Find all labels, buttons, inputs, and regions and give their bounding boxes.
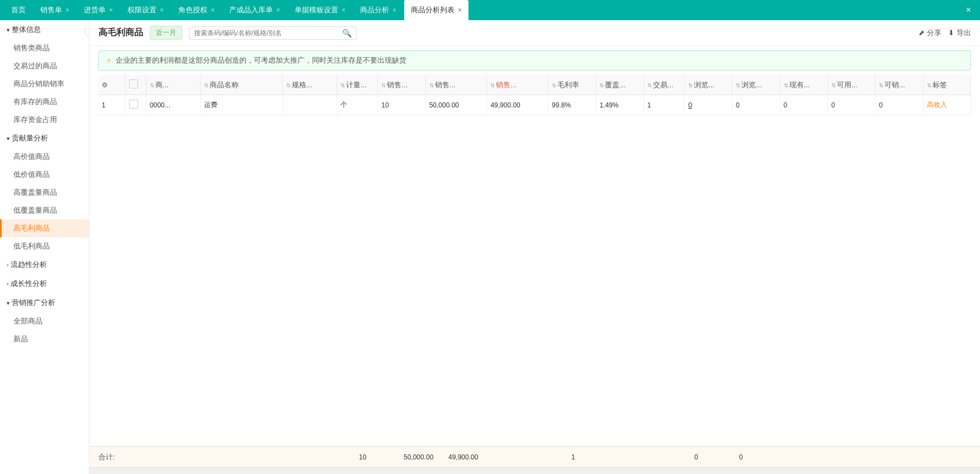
footer-sale-qty: 10 <box>356 453 400 461</box>
cell-spec <box>282 95 337 115</box>
th-spec[interactable]: ⇅规格... <box>282 75 337 95</box>
cell-tag: 高收入 <box>923 95 970 115</box>
sidebar-group-contribution[interactable]: ▾ 贡献量分析 <box>0 129 89 148</box>
footer-transaction: 1 <box>568 453 613 461</box>
cell-browse2: 0 <box>732 95 780 115</box>
arrow-trend: › <box>7 262 8 268</box>
sidebar-item-new-goods[interactable]: 新品 <box>0 330 89 348</box>
th-browse1[interactable]: ⇅浏览... <box>684 75 732 95</box>
data-table: ⚙ ⇅商... ⇅商品名称 ⇅规格... ⇅计量... ⇅销售... ⇅销售..… <box>98 75 971 115</box>
sidebar-item-all-goods[interactable]: 全部商品 <box>0 312 89 330</box>
th-coverage[interactable]: ⇅覆盖... <box>596 75 643 95</box>
cell-margin-rate: 99.8% <box>548 95 596 115</box>
table-wrapper: ⚙ ⇅商... ⇅商品名称 ⇅规格... ⇅计量... ⇅销售... ⇅销售..… <box>89 75 980 446</box>
info-icon: ✧ <box>106 56 112 65</box>
main-layout: « ▾ 整体信息 销售类商品 交易过的商品 商品分销助销率 有库存的商品 库存资… <box>0 20 980 474</box>
cell-name: 运费 <box>201 95 282 115</box>
info-banner: ✧ 企业的主要的利润都是这部分商品创造的，可考虑加大推广，同时关注库存是不要出现… <box>98 50 971 71</box>
cell-num: 1 <box>98 95 126 115</box>
nav-purchase[interactable]: 进货单 × <box>77 0 120 20</box>
cell-sale-amount: 50,000.00 <box>425 95 487 115</box>
th-sale-amount[interactable]: ⇅销售... <box>425 75 487 95</box>
cell-browse1[interactable]: 0 <box>684 95 732 115</box>
share-icon: ⬈ <box>919 29 925 37</box>
th-margin-rate[interactable]: ⇅毛利率 <box>548 75 596 95</box>
page-title: 高毛利商品 <box>98 27 143 39</box>
sidebar-item-high-value[interactable]: 高价值商品 <box>0 148 89 166</box>
th-code[interactable]: ⇅商... <box>146 75 201 95</box>
sidebar-group-overall[interactable]: ▾ 整体信息 <box>0 20 89 39</box>
sidebar-group-marketing[interactable]: ▾ 营销推广分析 <box>0 293 89 312</box>
sidebar-group-growth[interactable]: › 成长性分析 <box>0 274 89 293</box>
table-body: 1 0000... 运费 个 10 50,000.00 49,900.00 99… <box>98 95 971 115</box>
close-permission-tab[interactable]: × <box>160 6 164 14</box>
table-header-row: ⚙ ⇅商... ⇅商品名称 ⇅规格... ⇅计量... ⇅销售... ⇅销售..… <box>98 75 971 95</box>
close-analysis-tab[interactable]: × <box>392 6 396 14</box>
th-check[interactable] <box>126 75 146 95</box>
nav-role[interactable]: 角色授权 × <box>172 0 221 20</box>
cell-stock3: 0 <box>875 95 923 115</box>
close-analysis-list-tab[interactable]: × <box>458 6 462 14</box>
close-template-tab[interactable]: × <box>342 6 345 14</box>
footer-bar: 合计: 10 50,000.00 49,900.00 1 0 0 <box>89 446 980 467</box>
sidebar-item-stock-capital[interactable]: 库存资金占用 <box>0 111 89 129</box>
sidebar-group-trend[interactable]: › 流趋性分析 <box>0 255 89 274</box>
close-role-tab[interactable]: × <box>211 6 215 14</box>
top-nav: 首页 销售单 × 进货单 × 权限设置 × 角色授权 × 产成品入库单 × 单据… <box>0 0 980 20</box>
sidebar-item-sale-goods[interactable]: 销售类商品 <box>0 39 89 57</box>
sidebar: « ▾ 整体信息 销售类商品 交易过的商品 商品分销助销率 有库存的商品 库存资… <box>0 20 89 474</box>
sidebar-item-low-coverage[interactable]: 低覆盖量商品 <box>0 201 89 219</box>
filter-recent-month-button[interactable]: 近一月 <box>150 26 182 40</box>
sidebar-item-high-margin[interactable]: 高毛利商品 <box>0 219 89 237</box>
arrow-overall: ▾ <box>7 27 10 33</box>
nav-sales[interactable]: 销售单 × <box>34 0 76 20</box>
th-unit[interactable]: ⇅计量... <box>337 75 378 95</box>
search-icon[interactable]: 🔍 <box>342 29 352 37</box>
search-box: 🔍 <box>189 26 357 40</box>
footer-cells: 10 50,000.00 49,900.00 1 0 0 <box>126 453 971 461</box>
th-name[interactable]: ⇅商品名称 <box>201 75 282 95</box>
sidebar-item-distribution-rate[interactable]: 商品分销助销率 <box>0 75 89 93</box>
th-stock1[interactable]: ⇅现有... <box>780 75 827 95</box>
cell-unit: 个 <box>337 95 378 115</box>
th-stock2[interactable]: ⇅可用... <box>827 75 875 95</box>
nav-permission[interactable]: 权限设置 × <box>121 0 171 20</box>
close-product-in-tab[interactable]: × <box>276 6 280 14</box>
cell-coverage: 1.49% <box>596 95 643 115</box>
nav-analysis-list[interactable]: 商品分析列表 × <box>404 0 468 20</box>
window-close-button[interactable]: × <box>962 5 976 15</box>
th-browse2[interactable]: ⇅浏览... <box>732 75 780 95</box>
th-sale-qty[interactable]: ⇅销售... <box>378 75 425 95</box>
close-sales-tab[interactable]: × <box>65 6 69 14</box>
th-settings[interactable]: ⚙ <box>98 75 126 95</box>
cell-transaction: 1 <box>643 95 684 115</box>
sidebar-item-low-value[interactable]: 低价值商品 <box>0 166 89 184</box>
footer-sale-profit: 49,900.00 <box>445 453 490 461</box>
arrow-growth: › <box>7 281 8 287</box>
header-actions: ⬈ 分享 ⬇ 导出 <box>919 28 971 38</box>
th-tag[interactable]: ⇅标签 <box>923 75 970 95</box>
cell-check[interactable] <box>126 95 146 115</box>
sidebar-item-low-margin[interactable]: 低毛利商品 <box>0 237 89 255</box>
arrow-marketing: ▾ <box>7 300 10 306</box>
sidebar-item-traded-goods[interactable]: 交易过的商品 <box>0 57 89 75</box>
arrow-contribution: ▾ <box>7 135 10 142</box>
nav-product-in[interactable]: 产成品入库单 × <box>222 0 287 20</box>
content-header: 高毛利商品 近一月 🔍 ⬈ 分享 ⬇ 导出 <box>89 20 980 46</box>
nav-analysis[interactable]: 商品分析 × <box>353 0 403 20</box>
th-stock3[interactable]: ⇅可销... <box>875 75 923 95</box>
nav-template[interactable]: 单据模板设置 × <box>288 0 352 20</box>
sidebar-item-high-coverage[interactable]: 高覆盖量商品 <box>0 184 89 201</box>
th-sale-profit[interactable]: ⇅销售... <box>487 75 548 95</box>
footer-stock1: 0 <box>691 453 736 461</box>
export-button[interactable]: ⬇ 导出 <box>948 28 971 38</box>
close-purchase-tab[interactable]: × <box>109 6 113 14</box>
search-input[interactable] <box>194 29 342 37</box>
bottom-scrollbar[interactable] <box>89 467 980 474</box>
share-button[interactable]: ⬈ 分享 <box>919 28 941 38</box>
nav-home[interactable]: 首页 <box>4 0 32 20</box>
sidebar-item-stock-goods[interactable]: 有库存的商品 <box>0 93 89 111</box>
cell-stock2: 0 <box>827 95 875 115</box>
cell-sale-profit: 49,900.00 <box>487 95 548 115</box>
th-transaction[interactable]: ⇅交易... <box>643 75 684 95</box>
